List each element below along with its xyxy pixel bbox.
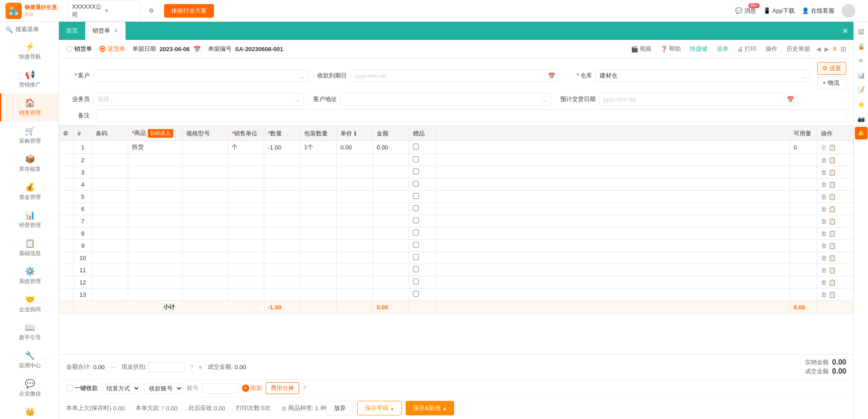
row-spec[interactable] <box>183 141 228 154</box>
payment-amount-input[interactable] <box>202 383 238 394</box>
sidebar-item-enterprise[interactable]: 🤝 企业协同 <box>0 290 58 318</box>
copy-icon[interactable]: 📋 <box>829 279 836 286</box>
row-amount[interactable]: 0.00 <box>373 141 409 154</box>
settings-icon[interactable]: ⚙ <box>144 4 159 18</box>
save-new-button[interactable]: 保存&新增 ▲ <box>406 401 454 415</box>
action-help[interactable]: ❓ 帮助 <box>658 43 684 54</box>
sidebar-item-operations[interactable]: 📊 经营管理 <box>0 206 58 234</box>
action-operate[interactable]: 操作 <box>763 43 780 54</box>
copy-icon[interactable]: 📋 <box>829 230 836 237</box>
add-payment-button[interactable]: + 添加 <box>242 384 262 392</box>
delivery-calendar-icon[interactable]: 📅 <box>787 96 794 103</box>
customer-address-dots[interactable]: ... <box>542 96 547 103</box>
panel-lock[interactable]: 🔒 <box>855 40 868 53</box>
action-print[interactable]: 🖨 打印 <box>735 43 759 54</box>
discard-button[interactable]: 放弃 <box>326 401 354 415</box>
messages-button[interactable]: 💬 消息 99+ <box>735 7 756 15</box>
sidebar-item-sales[interactable]: 🏠 销售管理 <box>0 93 58 121</box>
gift-checkbox[interactable] <box>413 169 419 174</box>
fee-question-icon[interactable]: ? <box>303 385 306 391</box>
panel-eye[interactable]: 👁 <box>855 54 868 67</box>
app-download-button[interactable]: 📱 App下载 <box>763 7 795 15</box>
company-selector[interactable]: XXXXXX公司 ▾ <box>68 0 141 21</box>
sidebar-item-guide[interactable]: 📖 新手引导 <box>0 318 58 346</box>
prev-icon[interactable]: ◀ <box>816 46 821 53</box>
question-icon[interactable]: ? <box>190 364 194 370</box>
row-barcode[interactable] <box>92 141 128 154</box>
date-calendar-icon[interactable]: 📅 <box>194 46 201 53</box>
gift-checkbox[interactable] <box>413 193 419 199</box>
copy-icon[interactable]: 📋 <box>829 157 836 164</box>
sidebar-item-base[interactable]: 📋 基础信息 <box>0 234 58 262</box>
copy-icon[interactable]: 📋 <box>829 169 836 176</box>
tab-sales-order[interactable]: 销货单 ✕ <box>85 22 126 40</box>
warehouse-dots[interactable]: ... <box>801 72 806 79</box>
customer-address-input[interactable]: ... <box>340 93 551 106</box>
gift-checkbox[interactable] <box>413 144 419 149</box>
question-owe-icon[interactable]: ? <box>161 405 164 412</box>
sidebar-item-marketing[interactable]: 📢 营销推广 <box>0 65 58 93</box>
delete-icon[interactable]: 🗑 <box>821 230 827 237</box>
settings-button[interactable]: ⚙ 设置 <box>817 62 846 75</box>
row-unit[interactable]: 个 <box>228 141 264 154</box>
tab-close-icon[interactable]: ✕ <box>114 28 118 34</box>
sidebar-item-system[interactable]: ⚙️ 系统管理 <box>0 262 58 290</box>
payment-date-calendar-icon[interactable]: 📅 <box>548 72 555 79</box>
customer-input[interactable]: ... <box>93 69 308 82</box>
copy-icon[interactable]: 📋 <box>829 181 836 188</box>
copy-icon[interactable]: 📋 <box>829 193 836 200</box>
row-gift[interactable] <box>409 141 436 154</box>
sidebar-item-quick-nav[interactable]: ⚡ 快捷导航 <box>0 37 58 65</box>
gift-checkbox[interactable] <box>413 266 419 272</box>
avatar[interactable] <box>842 4 855 18</box>
panel-chart[interactable]: 📊 <box>855 69 868 82</box>
one-click-payment[interactable]: 一键收款 <box>66 384 98 392</box>
action-history[interactable]: 历史单据 <box>784 43 813 54</box>
scan-button[interactable]: 扫码录入 <box>148 129 173 138</box>
gift-checkbox[interactable] <box>413 291 419 297</box>
delete-icon[interactable]: 🗑 <box>821 157 827 164</box>
gift-checkbox[interactable] <box>413 205 419 211</box>
payment-date-input[interactable]: yyyy-mm-dd 📅 <box>350 69 559 82</box>
gift-checkbox[interactable] <box>413 254 419 260</box>
panel-camera[interactable]: 📷 <box>855 112 868 125</box>
circle-icon[interactable]: ⊙ <box>281 405 286 412</box>
list-view-icon[interactable]: ≡ <box>833 45 837 53</box>
action-select[interactable]: 选单 <box>714 43 731 54</box>
panel-note[interactable]: 📝 <box>855 83 868 96</box>
gift-checkbox[interactable] <box>413 242 419 248</box>
col-setting[interactable]: ⚙ <box>59 126 74 141</box>
copy-icon[interactable]: 📋 <box>829 206 836 212</box>
next-icon[interactable]: ▶ <box>824 46 829 53</box>
delete-icon[interactable]: 🗑 <box>821 181 827 188</box>
delete-icon[interactable]: 🗑 <box>821 255 827 261</box>
copy-icon[interactable]: 📋 <box>829 255 836 261</box>
copy-icon[interactable]: 📋 <box>829 242 836 249</box>
warehouse-input[interactable]: 建材仓 ... <box>596 69 810 82</box>
row-copy-icon[interactable]: 📋 <box>829 144 836 151</box>
sidebar-item-purchase[interactable]: 🛒 采购管理 <box>0 121 58 149</box>
panel-orange-action[interactable]: 🔔 <box>855 127 868 140</box>
grid-view-icon[interactable]: ⊞ <box>840 45 846 53</box>
panel-star[interactable]: ⭐ <box>855 98 868 111</box>
gift-checkbox[interactable] <box>413 230 419 236</box>
gift-checkbox[interactable] <box>413 156 419 162</box>
delivery-date-input[interactable]: yyyy-mm-dd 📅 <box>599 93 798 106</box>
delete-icon[interactable]: 🗑 <box>821 218 827 225</box>
delete-icon[interactable]: 🗑 <box>821 169 827 176</box>
delete-icon[interactable]: 🗑 <box>821 242 827 249</box>
row-packqty[interactable]: 1个 <box>301 141 337 154</box>
trial-button[interactable]: 体验行业方案 <box>164 4 214 18</box>
payment-account-select[interactable]: 收款账号 <box>144 383 183 394</box>
copy-icon[interactable]: 📋 <box>829 267 836 274</box>
row-qty[interactable]: -1.00 <box>264 141 301 154</box>
tab-home[interactable]: 首页 <box>59 22 85 40</box>
tab-bar-close-icon[interactable]: ✕ <box>837 27 853 35</box>
wuliu-button[interactable]: + 物流 <box>817 77 846 89</box>
online-service-button[interactable]: 👤 在线客服 <box>802 7 834 15</box>
sidebar-item-wechat[interactable]: 💬 企业微信 <box>0 374 58 402</box>
delete-icon[interactable]: 🗑 <box>821 267 827 274</box>
discount-input[interactable] <box>149 362 185 372</box>
payment-checkbox[interactable] <box>66 385 73 391</box>
fee-split-button[interactable]: 费用分摊 <box>266 382 299 394</box>
